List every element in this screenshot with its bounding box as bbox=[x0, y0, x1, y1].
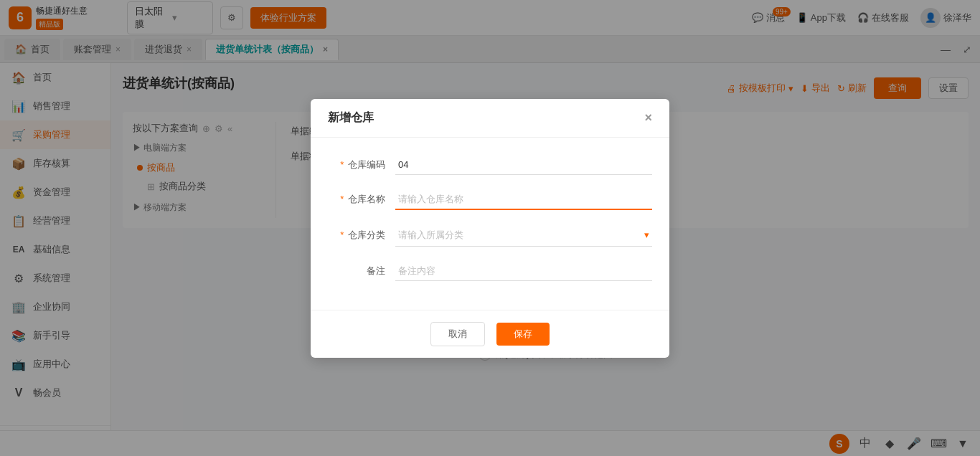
dialog-footer: 取消 保存 bbox=[311, 310, 669, 358]
dialog-close-icon[interactable]: × bbox=[644, 110, 652, 125]
dialog-title: 新增仓库 bbox=[328, 110, 374, 125]
field-category-label-text: 仓库分类 bbox=[348, 229, 385, 240]
category-placeholder: 请输入所属分类 bbox=[398, 229, 463, 242]
field-note-label: 备注 bbox=[328, 265, 385, 277]
field-name-label: * 仓库名称 bbox=[328, 193, 385, 206]
form-row-category: * 仓库分类 请输入所属分类 ▾ bbox=[328, 224, 652, 247]
category-chevron-icon: ▾ bbox=[644, 229, 649, 240]
new-warehouse-dialog: 新增仓库 × * 仓库编码 * 仓库名称 bbox=[311, 99, 669, 358]
warehouse-code-input[interactable] bbox=[395, 155, 652, 175]
dialog-overlay: 新增仓库 × * 仓库编码 * 仓库名称 bbox=[0, 0, 980, 456]
form-row-name: * 仓库名称 bbox=[328, 189, 652, 210]
field-name-label-text: 仓库名称 bbox=[348, 194, 385, 204]
field-note-label-text: 备注 bbox=[367, 265, 385, 276]
required-icon-2: * bbox=[340, 194, 344, 204]
field-code-label: * 仓库编码 bbox=[328, 158, 385, 171]
required-icon: * bbox=[340, 159, 344, 170]
dialog-body: * 仓库编码 * 仓库名称 * 仓库分类 请输入所属 bbox=[311, 138, 669, 310]
warehouse-note-input[interactable] bbox=[395, 261, 652, 281]
warehouse-name-input[interactable] bbox=[395, 189, 652, 210]
field-code-label-text: 仓库编码 bbox=[348, 159, 385, 170]
save-button[interactable]: 保存 bbox=[496, 323, 550, 346]
form-row-note: 备注 bbox=[328, 261, 652, 281]
cancel-button[interactable]: 取消 bbox=[430, 322, 485, 346]
dialog-header: 新增仓库 × bbox=[311, 99, 669, 138]
required-icon-3: * bbox=[340, 229, 344, 240]
form-row-code: * 仓库编码 bbox=[328, 155, 652, 175]
warehouse-category-select[interactable]: 请输入所属分类 ▾ bbox=[395, 224, 652, 247]
field-category-label: * 仓库分类 bbox=[328, 229, 385, 242]
